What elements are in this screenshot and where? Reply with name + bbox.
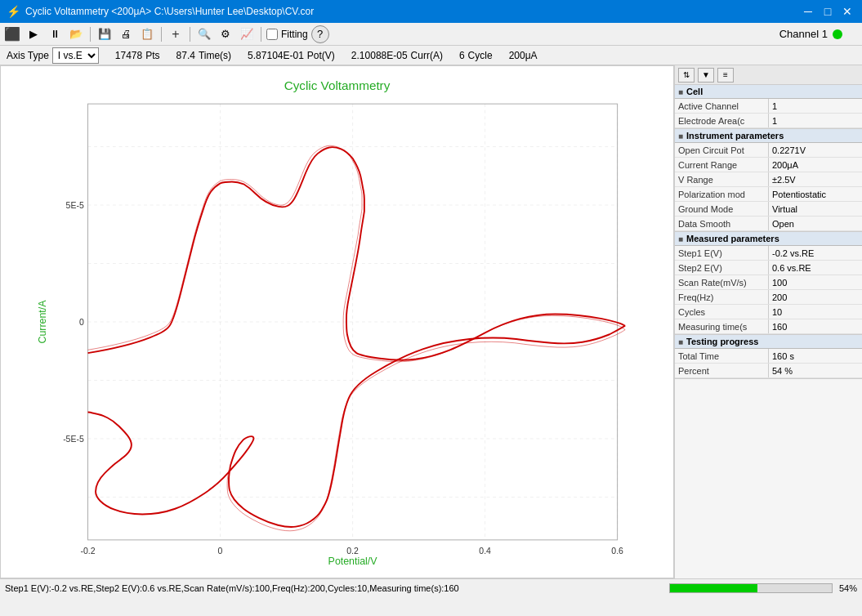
copy-button[interactable]: 📋 — [138, 25, 156, 43]
measured-collapse-icon: ■ — [678, 234, 683, 243]
instrument-section-header[interactable]: ■ Instrument parameters — [675, 129, 862, 143]
right-panel: ⇅ ▼ ≡ ■ Cell Active Channel 1 Electrode … — [674, 65, 862, 578]
prop-row: Measuring time(s 160 — [675, 319, 862, 334]
open-button[interactable]: 📂 — [67, 25, 85, 43]
add-button[interactable]: + — [167, 25, 185, 43]
title-controls[interactable]: ─ □ ✕ — [800, 3, 855, 20]
prop-label: Freq(Hz) — [675, 290, 769, 304]
prop-label: Step2 E(V) — [675, 261, 769, 275]
maximize-button[interactable]: □ — [820, 3, 836, 20]
curr-value: 2.10088E-05 — [351, 50, 408, 61]
prop-label: Percent — [675, 364, 769, 377]
testing-section-label: Testing progress — [686, 337, 758, 346]
fitting-checkbox[interactable] — [266, 29, 278, 40]
svg-text:0.6: 0.6 — [611, 547, 623, 556]
prop-label: Step1 E(V) — [675, 246, 769, 260]
prop-row: Scan Rate(mV/s) 100 — [675, 275, 862, 290]
run-button[interactable]: ▶ — [25, 25, 42, 43]
axis-type-label: Axis Type — [7, 50, 49, 61]
prop-label: Active Channel — [675, 99, 769, 113]
prop-row: Ground Mode Virtual — [675, 202, 862, 216]
close-button[interactable]: ✕ — [839, 3, 855, 20]
minimize-button[interactable]: ─ — [800, 3, 816, 20]
prop-row: Open Circuit Pot 0.2271V — [675, 143, 862, 158]
prop-label: Measuring time(s — [675, 319, 769, 333]
svg-text:0.4: 0.4 — [479, 547, 491, 556]
chart-panel: Cyclic Voltammetry — [0, 65, 674, 578]
chart-container: Cyclic Voltammetry — [7, 73, 667, 571]
help-button[interactable]: ? — [311, 25, 329, 43]
curr-label: Curr(A) — [411, 50, 443, 61]
print-button[interactable]: 🖨 — [117, 25, 135, 43]
prop-value: 160 — [769, 319, 862, 333]
prop-value: 200 — [769, 290, 862, 304]
prop-row: Step2 E(V) 0.6 vs.RE — [675, 261, 862, 275]
prop-row: Current Range 200μA — [675, 158, 862, 172]
testing-section-header[interactable]: ■ Testing progress — [675, 335, 862, 349]
panel-toolbar: ⇅ ▼ ≡ — [675, 65, 862, 85]
separator2 — [161, 27, 162, 42]
instrument-section: ■ Instrument parameters Open Circuit Pot… — [675, 129, 862, 232]
svg-text:Potential/V: Potential/V — [328, 556, 378, 567]
prop-label: Current Range — [675, 158, 769, 172]
prop-row: Active Channel 1 — [675, 99, 862, 114]
prop-value: 200μA — [769, 158, 862, 172]
channel-label: Channel 1 — [779, 28, 828, 40]
prop-row: Data Smooth Open — [675, 216, 862, 231]
prop-label: Cycles — [675, 305, 769, 319]
panel-menu-button[interactable]: ≡ — [717, 68, 734, 83]
cycle-item: 6 Cycle — [459, 50, 493, 61]
cycle-label: Cycle — [468, 50, 493, 61]
range-item: 200μA — [509, 50, 538, 61]
settings-button[interactable]: ⚙ — [217, 25, 234, 43]
testing-collapse-icon: ■ — [678, 337, 683, 346]
instrument-collapse-icon: ■ — [678, 132, 683, 141]
curr-item: 2.10088E-05 Curr(A) — [351, 50, 443, 61]
svg-text:0: 0 — [79, 318, 84, 327]
prop-value: 1 — [769, 99, 862, 113]
cycle-value: 6 — [459, 50, 465, 61]
measured-section: ■ Measured parameters Step1 E(V) -0.2 vs… — [675, 232, 862, 335]
channel-area: Channel 1 — [779, 28, 842, 40]
axis-type-select[interactable]: I vs.E — [52, 47, 99, 64]
prop-value: ±2.5V — [769, 172, 862, 186]
separator3 — [190, 27, 190, 42]
progress-bar-fill — [670, 584, 757, 592]
prop-row: Electrode Area(c 1 — [675, 114, 862, 128]
graph-button[interactable]: 📈 — [238, 25, 256, 43]
prop-value: 160 s — [769, 349, 862, 363]
svg-text:-0.2: -0.2 — [80, 547, 95, 556]
prop-value: 100 — [769, 275, 862, 289]
save-button[interactable]: 💾 — [96, 25, 114, 43]
svg-text:Current/A: Current/A — [37, 300, 48, 344]
prop-value: -0.2 vs.RE — [769, 246, 862, 260]
measured-section-header[interactable]: ■ Measured parameters — [675, 232, 862, 246]
prop-label: Electrode Area(c — [675, 114, 769, 127]
panel-filter-button[interactable]: ▼ — [698, 68, 714, 83]
prop-value: Open — [769, 216, 862, 230]
prop-label: Polarization mod — [675, 187, 769, 201]
bottom-status: Step1 E(V):-0.2 vs.RE,Step2 E(V):0.6 vs.… — [0, 578, 862, 596]
pts-item: 17478 Pts — [115, 50, 160, 61]
chart-title: Cyclic Voltammetry — [284, 78, 391, 92]
prop-label: Open Circuit Pot — [675, 143, 769, 157]
prop-value: 10 — [769, 305, 862, 319]
prop-value: 54 % — [769, 364, 862, 377]
channel-status-dot — [833, 29, 842, 39]
prop-value: 1 — [769, 114, 862, 127]
pts-value: 17478 — [115, 50, 142, 61]
measured-section-label: Measured parameters — [686, 234, 779, 243]
pause-button[interactable]: ⏸ — [46, 25, 64, 43]
panel-sort-button[interactable]: ⇅ — [678, 68, 695, 83]
stop-button[interactable]: ⬛ — [3, 25, 21, 43]
axis-type-item: Axis Type I vs.E — [7, 47, 99, 64]
zoom-button[interactable]: 🔍 — [195, 25, 213, 43]
prop-label: Total Time — [675, 349, 769, 363]
testing-section: ■ Testing progress Total Time 160 s Perc… — [675, 335, 862, 379]
separator1 — [90, 27, 91, 42]
cell-section-header[interactable]: ■ Cell — [675, 85, 862, 99]
pot-label: Pot(V) — [307, 50, 335, 61]
pot-item: 5.87104E-01 Pot(V) — [248, 50, 335, 61]
prop-value: 0.6 vs.RE — [769, 261, 862, 275]
time-label: Time(s) — [199, 50, 231, 61]
